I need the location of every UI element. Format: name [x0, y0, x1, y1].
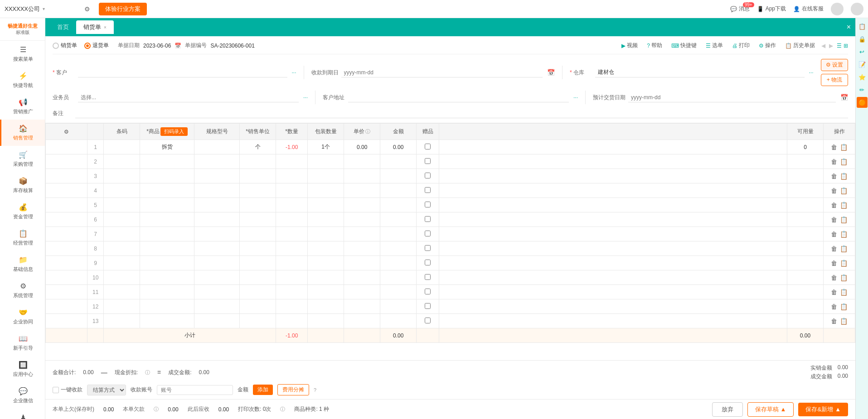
cell-amount[interactable] — [380, 212, 417, 227]
sidebar-item-appstore[interactable]: 🔲 应用中心 — [0, 356, 45, 382]
cell-amount[interactable]: 0.00 — [380, 140, 417, 154]
cell-product[interactable] — [140, 299, 194, 314]
rp-notes-icon[interactable]: 📋 — [857, 21, 868, 32]
gift-checkbox[interactable] — [425, 173, 431, 178]
rp-lock-icon[interactable]: 🔒 — [857, 34, 868, 44]
cell-amount[interactable] — [380, 270, 417, 285]
add-payment-btn[interactable]: 添加 — [253, 385, 273, 395]
sidebar-item-finance[interactable]: 💰 资金管理 — [0, 198, 45, 225]
sidebar-item-search-order[interactable]: ☰ 搜索菜单 — [0, 41, 45, 67]
cell-barcode[interactable] — [104, 154, 140, 169]
cell-product[interactable] — [140, 256, 194, 270]
tab-close-icon[interactable]: × — [104, 25, 107, 30]
copy-icon[interactable]: 📋 — [840, 260, 848, 267]
delete-icon[interactable]: 🗑 — [831, 187, 837, 194]
cell-qty[interactable] — [276, 183, 308, 198]
help-btn[interactable]: ?帮助 — [644, 41, 665, 50]
cell-spec[interactable] — [194, 256, 240, 270]
sidebar-item-operations[interactable]: 📋 经营管理 — [0, 225, 45, 251]
copy-icon[interactable]: 📋 — [840, 158, 848, 165]
cell-price[interactable] — [344, 314, 380, 328]
cell-unit[interactable] — [240, 212, 276, 227]
cell-barcode[interactable] — [104, 241, 140, 256]
salesperson-dots[interactable]: ··· — [303, 94, 308, 101]
gift-checkbox[interactable] — [425, 289, 431, 294]
cell-product[interactable] — [140, 183, 194, 198]
sidebar-item-purchase[interactable]: 🛒 采购管理 — [0, 146, 45, 172]
gift-checkbox[interactable] — [425, 231, 431, 236]
avatar-extra[interactable] — [851, 3, 863, 15]
gift-checkbox[interactable] — [425, 202, 431, 207]
total-debt-info[interactable]: ⓘ — [154, 406, 159, 413]
cell-qty[interactable] — [276, 198, 308, 212]
cell-pkgqty[interactable] — [308, 256, 344, 270]
cell-price[interactable] — [344, 198, 380, 212]
gift-checkbox[interactable] — [425, 318, 431, 323]
cell-barcode[interactable] — [104, 256, 140, 270]
cell-gift[interactable] — [417, 227, 439, 241]
cell-product[interactable] — [140, 154, 194, 169]
cell-spec[interactable] — [194, 169, 240, 183]
cell-qty[interactable]: -1.00 — [276, 140, 308, 154]
cell-qty[interactable] — [276, 256, 308, 270]
cell-spec[interactable] — [194, 285, 240, 299]
cell-spec[interactable] — [194, 227, 240, 241]
sidebar-item-corp[interactable]: 🤝 企业协同 — [0, 303, 45, 330]
delete-icon[interactable]: 🗑 — [831, 158, 837, 165]
online-service-item[interactable]: 👤 在线客服 — [793, 5, 824, 13]
cell-unit[interactable] — [240, 314, 276, 328]
calendar-icon[interactable]: 📅 — [175, 43, 181, 49]
cell-gift[interactable] — [417, 140, 439, 154]
cell-spec[interactable] — [194, 241, 240, 256]
delete-icon[interactable]: 🗑 — [831, 260, 837, 267]
cell-product[interactable] — [140, 270, 194, 285]
gift-checkbox[interactable] — [425, 144, 431, 149]
history-btn[interactable]: 📋历史单据 — [782, 41, 818, 50]
cell-pkgqty[interactable] — [308, 285, 344, 299]
gift-checkbox[interactable] — [425, 260, 431, 265]
cell-gift[interactable] — [417, 169, 439, 183]
cell-gift[interactable] — [417, 270, 439, 285]
cell-spec[interactable] — [194, 270, 240, 285]
cell-unit[interactable] — [240, 299, 276, 314]
cell-qty[interactable] — [276, 299, 308, 314]
rp-star-icon[interactable]: ⭐ — [857, 72, 868, 82]
cell-unit[interactable] — [240, 169, 276, 183]
cell-unit[interactable]: 个 — [240, 140, 276, 154]
cell-qty[interactable] — [276, 154, 308, 169]
tab-home[interactable]: 首页 — [50, 20, 76, 34]
tab-sales-order[interactable]: 销货单 × — [76, 20, 114, 34]
cell-price[interactable] — [344, 299, 380, 314]
view-list-icon[interactable]: ☰ — [837, 43, 842, 49]
copy-icon[interactable]: 📋 — [840, 187, 848, 194]
cell-gift[interactable] — [417, 154, 439, 169]
expense-info-icon[interactable]: ? — [314, 387, 316, 393]
radio-sales-order[interactable]: 销货单 — [53, 42, 77, 49]
gift-checkbox[interactable] — [425, 274, 431, 280]
logistics-side-btn[interactable]: + 物流 — [821, 74, 848, 86]
cell-unit[interactable] — [240, 198, 276, 212]
cell-price[interactable]: 0.00 — [344, 140, 380, 154]
cell-product[interactable] — [140, 314, 194, 328]
copy-icon[interactable]: 📋 — [840, 318, 848, 325]
customer-address-input[interactable] — [348, 93, 569, 102]
delete-icon[interactable]: 🗑 — [831, 231, 837, 238]
cell-barcode[interactable] — [104, 285, 140, 299]
cell-price[interactable] — [344, 270, 380, 285]
cell-qty[interactable] — [276, 285, 308, 299]
sidebar-item-inventory[interactable]: 📦 库存核算 — [0, 172, 45, 198]
cell-pkgqty[interactable] — [308, 314, 344, 328]
warehouse-dots[interactable]: ··· — [809, 69, 814, 76]
company-selector[interactable]: XXXXXX公司 ▾ — [5, 5, 77, 13]
delete-icon[interactable]: 🗑 — [831, 216, 837, 223]
cell-amount[interactable] — [380, 285, 417, 299]
one-click-pay-checkbox[interactable]: 一键收款 — [53, 386, 82, 394]
cell-pkgqty[interactable] — [308, 299, 344, 314]
cell-unit[interactable] — [240, 227, 276, 241]
cell-spec[interactable] — [194, 198, 240, 212]
cell-qty[interactable] — [276, 169, 308, 183]
receive-date-input[interactable] — [341, 68, 543, 77]
gift-checkbox[interactable] — [425, 158, 431, 164]
cell-barcode[interactable] — [104, 169, 140, 183]
cell-unit[interactable] — [240, 241, 276, 256]
